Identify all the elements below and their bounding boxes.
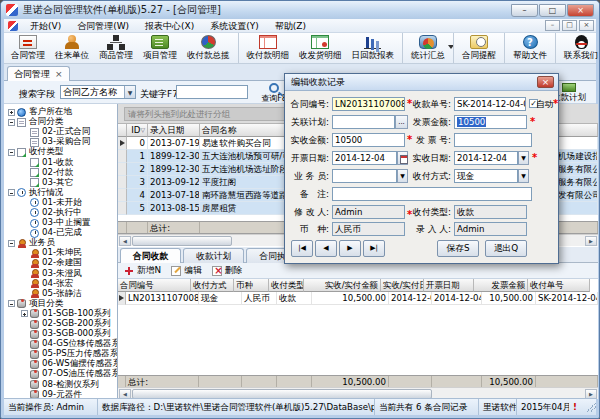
expand-icon[interactable]	[8, 189, 15, 196]
nav-prev-button[interactable]: ◀	[315, 240, 337, 257]
invoice-amount-field[interactable]: 10500	[454, 115, 527, 129]
nav-next-button[interactable]: ▶	[339, 240, 361, 257]
record-toolbar-button[interactable]: 新增N	[124, 264, 161, 278]
column-header[interactable]: 发票金额	[474, 279, 528, 292]
tab[interactable]: 收款计划	[183, 248, 244, 263]
nav-first-button[interactable]: |◀	[291, 240, 313, 257]
column-header[interactable]: 币种	[234, 279, 269, 292]
tab-contract-management[interactable]: 合同管理 ×	[7, 66, 70, 81]
tab[interactable]: 合同收款	[120, 248, 181, 263]
goods-icon	[107, 35, 125, 49]
menu-item[interactable]: 系统设置(Y)	[202, 19, 267, 32]
toolbar-button[interactable]: 往来单位	[50, 33, 94, 63]
toolbar-button[interactable]: 联系我们	[555, 33, 600, 63]
sort-icon[interactable]: ▽	[140, 124, 145, 136]
menu-bar: 开始(V)合同管理(W)报表中心(X)系统设置(Y)帮助(Z) – □ ×	[4, 19, 596, 33]
toolbar-button[interactable]: 合同管理	[6, 33, 50, 63]
dialog-title[interactable]: 编辑收款记录	[285, 74, 558, 91]
contract-no-field[interactable]: LN201311070083	[332, 97, 405, 111]
mdi-close-button[interactable]: ×	[579, 20, 594, 31]
record-toolbar-button[interactable]: 删除	[212, 264, 243, 278]
partner-icon	[63, 35, 81, 49]
expand-icon[interactable]	[8, 109, 15, 116]
column-header[interactable]: 收付单号	[528, 279, 590, 292]
plan-field[interactable]	[332, 115, 395, 129]
plan-label: 关联计划:	[287, 115, 329, 129]
invoice-date-field[interactable]: 2014-12-04	[332, 151, 397, 165]
dialog-close-button[interactable]: ×	[537, 76, 554, 88]
toolbar-button[interactable]: 日回款报表	[347, 33, 400, 63]
calendar-icon[interactable]	[397, 151, 408, 165]
toolbar-button[interactable]: 统计汇总	[402, 33, 450, 63]
expand-icon[interactable]	[8, 149, 15, 156]
app-mini-icon	[8, 21, 18, 31]
invoice-no-field[interactable]	[454, 133, 532, 147]
receipt-no-field[interactable]: SK-2014-12-04-0001	[454, 97, 526, 111]
receipt-table-header: 合同编号收付方式币种收付类型实收/实付金额实收/实付日开票日期发票金额收付单号	[118, 279, 598, 292]
column-header[interactable]: 合同编号	[118, 279, 191, 292]
toolbar-button[interactable]: 项目管理	[138, 33, 182, 63]
record-toolbar-button[interactable]: 编辑	[171, 264, 202, 278]
receive-date-field[interactable]: 2014-12-04	[454, 151, 518, 165]
toolbar-button[interactable]: 帮助文件	[504, 33, 552, 63]
receipt-table-row[interactable]: LN201311070083 现金 人民币 收款 10,500.00 2014-…	[118, 292, 598, 305]
expand-icon[interactable]	[21, 310, 28, 317]
chevron-down-icon[interactable]: ▼	[518, 151, 529, 165]
reminder-icon	[470, 35, 488, 49]
scroll-right-icon[interactable]: ▶	[585, 236, 597, 246]
column-header[interactable]: 收付类型	[269, 279, 304, 292]
nav-last-button[interactable]: ▶|	[363, 240, 385, 257]
column-header-id[interactable]: ID▽	[127, 124, 148, 137]
edit-receipt-dialog: 编辑收款记录 × 合同编号: LN201311070083 * 收款单号: SK…	[284, 73, 559, 264]
menu-item[interactable]: 报表中心(X)	[137, 19, 202, 32]
column-header-date[interactable]: 录入日期	[148, 124, 200, 137]
chevron-down-icon[interactable]: ▼	[124, 86, 135, 98]
expand-icon[interactable]	[8, 119, 15, 126]
method-select[interactable]: 现金	[454, 169, 518, 183]
amount-field[interactable]: 10500	[332, 133, 405, 147]
tree-item[interactable]: 09-元器件	[4, 390, 117, 398]
exit-button[interactable]: 退出Q	[485, 240, 527, 257]
maximize-button[interactable]: □	[539, 4, 566, 17]
toolbar-button[interactable]: 收发货明细	[294, 33, 347, 63]
tree-item[interactable]: 04-已完成	[4, 228, 117, 238]
minimize-button[interactable]: –	[511, 4, 538, 17]
menu-item[interactable]: 合同管理(W)	[69, 19, 137, 32]
chevron-down-icon[interactable]: ▼	[397, 169, 408, 183]
scroll-left-icon[interactable]: ◀	[119, 236, 131, 246]
close-button[interactable]: ×	[567, 4, 594, 17]
search-field-select[interactable]: 合同乙方名称 ▼	[60, 85, 136, 99]
toolbar-button[interactable]: 合同提醒	[453, 33, 501, 63]
mdi-minimize-button[interactable]: –	[545, 20, 560, 31]
window-title: 里诺合同管理软件(单机版)5.27 - [合同管理]	[23, 3, 221, 17]
keyword-input[interactable]	[176, 85, 248, 99]
menu-item[interactable]: 开始(V)	[22, 19, 69, 32]
column-header[interactable]: 实收/实付日	[381, 279, 424, 292]
clock-icon	[30, 219, 39, 228]
scroll-thumb[interactable]	[132, 236, 232, 246]
column-header[interactable]: 实收/实付金额	[304, 279, 381, 292]
tab-close-icon[interactable]: ×	[55, 69, 63, 79]
chevron-down-icon[interactable]: ▼	[518, 169, 529, 183]
menu-item[interactable]: 帮助(Z)	[267, 19, 314, 32]
pay-icon	[17, 148, 26, 157]
currency-label: 币 种:	[287, 222, 329, 236]
resize-grip[interactable]	[586, 402, 596, 412]
status-db-path: 数据库路径：D:\里诺软件\里诺合同管理软件(单机版)5.27\DataBase…	[98, 399, 375, 415]
row-indicator	[118, 292, 126, 305]
note-field[interactable]	[332, 187, 532, 201]
globe-icon	[17, 108, 26, 117]
plan-browse-button[interactable]: ...	[395, 115, 408, 129]
toolbar-button[interactable]: 收付款明细	[238, 33, 295, 63]
row-indicator	[118, 137, 127, 150]
expand-icon[interactable]	[8, 240, 15, 247]
drum-icon	[17, 299, 26, 308]
expand-icon[interactable]	[8, 300, 15, 307]
mdi-restore-button[interactable]: □	[562, 20, 577, 31]
toolbar-button[interactable]: 收付款总揽	[182, 33, 235, 63]
column-header[interactable]: 收付方式	[191, 279, 234, 292]
save-button[interactable]: 保存S	[437, 240, 479, 257]
salesman-select[interactable]	[332, 169, 397, 183]
toolbar-button[interactable]: 商品管理	[94, 33, 138, 63]
column-header[interactable]: 开票日期	[424, 279, 474, 292]
